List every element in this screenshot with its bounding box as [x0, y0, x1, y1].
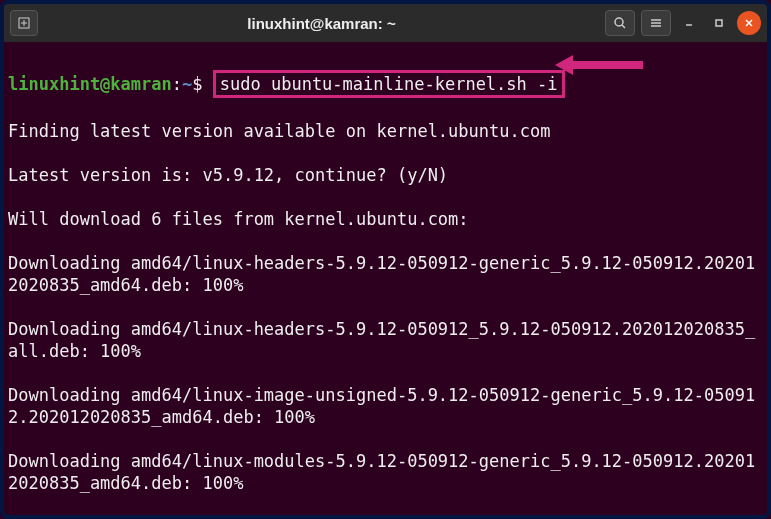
close-button[interactable] [737, 11, 761, 35]
search-button[interactable] [605, 10, 635, 36]
output-line: Downloading amd64/linux-headers-5.9.12-0… [8, 318, 763, 362]
terminal-content[interactable]: linuxhint@kamran:~$ sudo ubuntu-mainline… [4, 42, 767, 519]
output-line: Will download 6 files from kernel.ubuntu… [8, 208, 763, 230]
prompt-colon: : [172, 74, 182, 94]
output-line: Downloading amd64/linux-headers-5.9.12-0… [8, 252, 763, 296]
svg-rect-9 [716, 20, 722, 26]
command-highlight: sudo ubuntu-mainline-kernel.sh -i [213, 70, 565, 98]
svg-point-3 [615, 18, 623, 26]
maximize-button[interactable] [707, 11, 731, 35]
window-title: linuxhint@kamran: ~ [46, 15, 597, 32]
prompt-line-1: linuxhint@kamran:~$ sudo ubuntu-mainline… [8, 70, 763, 98]
prompt-dollar: $ [192, 74, 202, 94]
command-text: sudo ubuntu-mainline-kernel.sh -i [220, 74, 558, 94]
output-line: Finding latest version available on kern… [8, 120, 763, 142]
new-tab-button[interactable] [10, 10, 38, 36]
arrow-annotation [555, 55, 643, 75]
output-line: Downloading amd64/linux-image-unsigned-5… [8, 384, 763, 428]
arrow-shaft [573, 61, 643, 69]
prompt-user: linuxhint@kamran [8, 74, 172, 94]
output-line: Downloading amd64/linux-modules-5.9.12-0… [8, 450, 763, 494]
titlebar-left [10, 10, 38, 36]
titlebar-right [605, 10, 761, 36]
titlebar: linuxhint@kamran: ~ [4, 4, 767, 42]
menu-button[interactable] [641, 10, 671, 36]
prompt-path: ~ [182, 74, 192, 94]
output-line: Latest version is: v5.9.12, continue? (y… [8, 164, 763, 186]
arrow-head-icon [555, 55, 573, 75]
svg-line-4 [622, 25, 625, 28]
minimize-button[interactable] [677, 11, 701, 35]
